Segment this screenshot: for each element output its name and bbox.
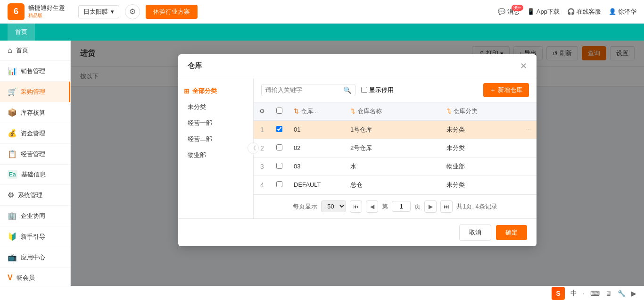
messages-badge: 99+	[512, 5, 523, 11]
sales-icon: 📊	[8, 67, 17, 75]
chinese-input-icon[interactable]: 中	[570, 289, 577, 298]
row-name: 总仓	[345, 175, 441, 194]
row-category: 未分类	[441, 175, 537, 194]
add-warehouse-button[interactable]: ＋ 新增仓库	[483, 83, 529, 97]
sort-icon-cat: ⇅	[446, 108, 452, 115]
monitor-icon[interactable]: 🖥	[605, 290, 612, 297]
row-category: 未分类	[441, 139, 537, 157]
sidebar-item-basic-info[interactable]: Ea 基础信息	[0, 165, 70, 185]
header-right: 💬 消息 99+ 📱 App下载 🎧 在线客服 👤 徐泽华	[498, 8, 636, 16]
table-toolbar: 🔍 显示停用 ＋ 新增仓库	[254, 78, 537, 102]
inventory-icon: 📦	[8, 108, 17, 117]
more-button[interactable]: ···	[526, 125, 531, 133]
search-input[interactable]	[265, 86, 340, 93]
app-download-action[interactable]: 📱 App下载	[527, 8, 560, 16]
confirm-button[interactable]: 确定	[496, 225, 527, 240]
row-checkbox-cell[interactable]	[271, 157, 288, 175]
tool-icon[interactable]: 🔧	[618, 290, 626, 297]
mobile-icon: 📱	[527, 8, 535, 15]
row-name: 2号仓库	[345, 139, 441, 157]
sidebar-item-system[interactable]: ⚙ 系统管理	[0, 185, 70, 206]
grid-icon: ⊞	[184, 87, 190, 95]
category-item-2[interactable]: 经营二部	[178, 131, 253, 147]
main-content: 进货 🖨 打印 ▾ ↑ 导出 ↺ 刷新 查询	[71, 41, 644, 300]
system-icon: ⚙	[8, 191, 14, 200]
modal-title: 仓库	[188, 61, 202, 70]
header-center: 日太阳膜 ▾ ⚙ 体验行业方案	[78, 4, 498, 19]
sidebar-item-purchase[interactable]: 🛒 采购管理	[0, 82, 70, 102]
online-service-action[interactable]: 🎧 在线客服	[567, 8, 601, 16]
store-name: 日太阳膜	[83, 8, 108, 16]
sidebar: ⌂ 首页 📊 销售管理 🛒 采购管理 📦 库存核算 💰 资金管理 📋 经营管理 …	[0, 41, 71, 300]
search-icon[interactable]: 🔍	[343, 86, 351, 94]
table-row[interactable]: 1 01 1号仓库 未分类···	[254, 120, 537, 139]
row-code: 02	[288, 139, 345, 157]
sidebar-item-home[interactable]: ⌂ 首页	[0, 41, 70, 61]
table-row[interactable]: 3 03 水 物业部	[254, 157, 537, 175]
page-input[interactable]	[392, 201, 411, 212]
row-checkbox-cell[interactable]	[271, 120, 288, 139]
row-gear-cell: 4	[254, 175, 271, 194]
settings-button[interactable]: ⚙	[125, 4, 140, 19]
first-page-button[interactable]: ⏮	[350, 200, 362, 213]
row-checkbox[interactable]	[276, 126, 282, 132]
keyboard-icon[interactable]: ⌨	[590, 290, 600, 297]
per-page-select[interactable]: 50	[321, 200, 346, 212]
cancel-button[interactable]: 取消	[459, 225, 491, 241]
top-header: 6 畅捷通好生意 精品版 日太阳膜 ▾ ⚙ 体验行业方案 💬 消息 99+ 📱 …	[0, 0, 644, 24]
sidebar-item-guide[interactable]: 🔰 新手引导	[0, 226, 70, 247]
nav-tab-home[interactable]: 首页	[8, 24, 35, 41]
gear-column-header: ⚙	[254, 102, 271, 121]
row-checkbox-cell[interactable]	[271, 175, 288, 194]
play-icon[interactable]: ▶	[631, 290, 636, 297]
modal-body: ⊞ 全部分类 未分类 经营一部 经营二部 物业部	[178, 78, 537, 218]
row-checkbox[interactable]	[276, 144, 282, 150]
modal-close-button[interactable]: ✕	[520, 61, 527, 71]
prev-page-button[interactable]: ◀	[366, 200, 378, 213]
user-action[interactable]: 👤 徐泽华	[609, 8, 636, 16]
page-label: 第	[382, 202, 388, 211]
category-item-1[interactable]: 经营一部	[178, 115, 253, 131]
category-item-0[interactable]: 未分类	[178, 99, 253, 115]
row-checkbox-cell[interactable]	[271, 139, 288, 157]
row-checkbox[interactable]	[276, 181, 282, 187]
sidebar-item-finance[interactable]: 💰 资金管理	[0, 123, 70, 144]
per-page-label: 每页显示	[293, 202, 317, 211]
sidebar-item-inventory[interactable]: 📦 库存核算	[0, 102, 70, 123]
trial-button[interactable]: 体验行业方案	[146, 5, 198, 19]
table-row[interactable]: 4 DEFAULT 总仓 未分类	[254, 175, 537, 194]
code-column-header[interactable]: ⇅ 仓库...	[288, 102, 345, 121]
logo-sub: 精品版	[28, 12, 65, 19]
checkbox-column-header	[271, 102, 288, 121]
row-checkbox[interactable]	[276, 163, 282, 169]
next-page-button[interactable]: ▶	[424, 200, 437, 213]
collapse-panel-button[interactable]: 《	[248, 142, 259, 154]
category-column-header[interactable]: ⇅ 仓库分类	[441, 102, 537, 121]
s-logo: S	[552, 287, 565, 300]
category-item-3[interactable]: 物业部	[178, 147, 253, 163]
row-name: 水	[345, 157, 441, 175]
show-disabled-checkbox-label[interactable]: 显示停用	[361, 86, 394, 94]
chevron-down-icon: ▾	[111, 8, 114, 15]
messages-action[interactable]: 💬 消息 99+	[498, 8, 520, 16]
all-categories-item[interactable]: ⊞ 全部分类	[178, 83, 253, 99]
sidebar-item-member[interactable]: V 畅会员	[0, 268, 70, 288]
show-disabled-checkbox[interactable]	[361, 87, 367, 93]
message-icon: 💬	[498, 8, 505, 15]
modal-header: 仓库 ✕	[178, 54, 537, 78]
sidebar-item-enterprise[interactable]: 🏢 企业协同	[0, 206, 70, 226]
home-icon: ⌂	[8, 46, 12, 55]
logo-text: 畅捷通好生意	[28, 4, 65, 12]
store-selector[interactable]: 日太阳膜 ▾	[78, 5, 119, 18]
table-row[interactable]: 2 02 2号仓库 未分类	[254, 139, 537, 157]
select-all-checkbox[interactable]	[276, 108, 282, 114]
name-column-header[interactable]: ⇅ 仓库名称	[345, 102, 441, 121]
sidebar-item-sales[interactable]: 📊 销售管理	[0, 61, 70, 82]
search-box: 🔍	[261, 84, 355, 96]
status-bar: S 中 · ⌨ 🖥 🔧 ▶	[0, 286, 644, 300]
sidebar-item-operations[interactable]: 📋 经营管理	[0, 144, 70, 165]
user-name: 徐泽华	[618, 8, 636, 16]
user-icon: 👤	[609, 8, 616, 15]
last-page-button[interactable]: ⏭	[440, 200, 453, 213]
sidebar-item-appcenter[interactable]: 📺 应用中心	[0, 247, 70, 268]
